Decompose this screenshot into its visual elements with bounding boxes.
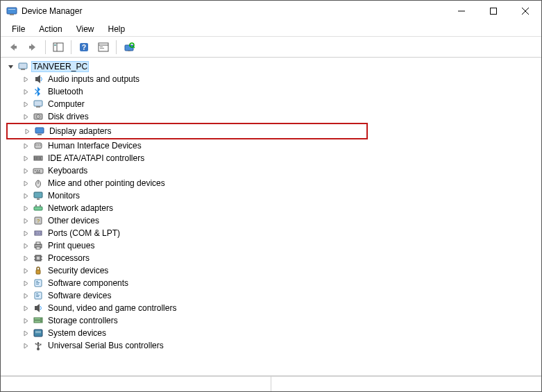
chevron-down-icon[interactable] (6, 62, 15, 71)
tree-item[interactable]: Human Interface Devices (6, 139, 541, 152)
chevron-right-icon[interactable] (22, 266, 30, 275)
chevron-right-icon[interactable] (23, 127, 31, 135)
toolbar: ? (1, 37, 541, 58)
chevron-right-icon[interactable] (22, 112, 30, 121)
svg-text:?: ? (82, 44, 86, 51)
chevron-right-icon[interactable] (22, 329, 30, 337)
back-button[interactable] (5, 39, 22, 56)
tree-item[interactable]: System devices (6, 327, 541, 339)
tree-item[interactable]: Computer (6, 98, 541, 110)
chevron-right-icon[interactable] (22, 75, 30, 83)
svg-rect-77 (36, 296, 39, 297)
close-button[interactable] (509, 1, 541, 22)
tree-item-label: Software components (46, 278, 130, 289)
tree-item-label: Mice and other pointing devices (46, 178, 167, 189)
chevron-right-icon[interactable] (22, 167, 30, 175)
svg-point-89 (35, 343, 37, 345)
tree-item[interactable]: Processors (6, 252, 541, 264)
chevron-right-icon[interactable] (22, 229, 30, 237)
tree-item[interactable]: ?Other devices (6, 214, 541, 227)
svg-rect-7 (14, 46, 17, 49)
properties-button[interactable] (95, 39, 112, 56)
chevron-right-icon[interactable] (22, 279, 30, 287)
svg-rect-49 (34, 192, 42, 198)
bluetooth-icon (33, 86, 44, 97)
other-icon: ? (33, 215, 44, 226)
tree-item[interactable]: Software components (6, 277, 541, 289)
svg-rect-18 (125, 45, 133, 51)
computer-icon (17, 61, 28, 72)
tree-item[interactable]: Audio inputs and outputs (6, 73, 541, 85)
chevron-right-icon[interactable] (22, 142, 30, 150)
chevron-right-icon[interactable] (22, 100, 30, 108)
svg-rect-23 (21, 69, 25, 70)
tree-item[interactable]: Software devices (6, 289, 541, 302)
svg-point-58 (37, 232, 39, 234)
chevron-right-icon[interactable] (22, 87, 30, 96)
tree-item[interactable]: Security devices (6, 264, 541, 277)
chevron-right-icon[interactable] (22, 154, 30, 162)
chevron-right-icon[interactable] (22, 216, 30, 225)
chevron-right-icon[interactable] (22, 316, 30, 325)
menu-help[interactable]: Help (101, 23, 133, 35)
tree-item-label: Other devices (46, 215, 101, 226)
tree-item-label: System devices (46, 327, 108, 339)
tree-item[interactable]: Keyboards (6, 164, 541, 177)
svg-point-33 (35, 144, 37, 146)
menu-file[interactable]: File (5, 23, 32, 35)
tree-item[interactable]: Ports (COM & LPT) (6, 227, 541, 239)
tree-item[interactable]: Bluetooth (6, 85, 541, 98)
toolbar-separator (45, 40, 46, 54)
svg-rect-37 (35, 157, 35, 160)
hid-icon (33, 140, 44, 151)
tree-item[interactable]: Mice and other pointing devices (6, 177, 541, 189)
tree-item[interactable]: Disk drives (6, 110, 541, 123)
svg-rect-17 (100, 48, 104, 49)
scan-hardware-button[interactable] (121, 39, 137, 56)
help-button[interactable]: ? (76, 39, 92, 56)
tree-item-label: Human Interface Devices (46, 140, 143, 151)
chevron-right-icon[interactable] (22, 204, 30, 212)
svg-rect-24 (35, 77, 37, 81)
minimize-button[interactable] (446, 1, 477, 22)
svg-point-34 (37, 144, 39, 146)
tree-item-label: Audio inputs and outputs (46, 74, 141, 85)
chevron-right-icon[interactable] (22, 241, 30, 250)
chevron-right-icon[interactable] (22, 254, 30, 262)
menu-view[interactable]: View (69, 23, 101, 35)
svg-point-81 (40, 318, 42, 320)
forward-button[interactable] (24, 39, 41, 56)
svg-point-35 (40, 144, 41, 146)
port-icon (33, 228, 44, 239)
svg-rect-2 (8, 9, 15, 10)
chevron-right-icon[interactable] (22, 304, 30, 312)
ide-icon (33, 153, 44, 164)
show-hide-console-tree-button[interactable] (50, 39, 67, 56)
tree-item-label: Sound, video and game controllers (46, 302, 178, 314)
tree-item-label: Print queues (46, 240, 96, 251)
svg-rect-43 (35, 170, 36, 171)
tree-item[interactable]: Monitors (6, 189, 541, 202)
menu-action[interactable]: Action (32, 23, 69, 35)
svg-rect-40 (39, 157, 40, 160)
svg-rect-64 (37, 257, 40, 259)
tree-item[interactable]: Storage controllers (6, 314, 541, 327)
chevron-right-icon[interactable] (22, 191, 30, 200)
chevron-right-icon[interactable] (22, 179, 30, 187)
tree-item[interactable]: Print queues (6, 239, 541, 252)
maximize-button[interactable] (477, 1, 509, 22)
chevron-right-icon[interactable] (22, 341, 30, 350)
device-tree[interactable]: TANVEER_PC Audio inputs and outputsBluet… (1, 58, 541, 376)
network-icon (33, 203, 44, 214)
svg-rect-50 (37, 198, 40, 200)
chevron-right-icon[interactable] (22, 291, 30, 300)
svg-rect-72 (36, 282, 40, 283)
tree-item[interactable]: Universal Serial Bus controllers (6, 339, 541, 352)
tree-item[interactable]: Display adapters (8, 125, 366, 137)
tree-item[interactable]: Sound, video and game controllers (6, 302, 541, 314)
tree-item[interactable]: Network adapters (6, 202, 541, 214)
svg-rect-45 (39, 170, 40, 171)
tree-root-node[interactable]: TANVEER_PC (6, 60, 541, 73)
tree-item[interactable]: IDE ATA/ATAPI controllers (6, 152, 541, 164)
keyboard-icon (33, 165, 44, 176)
